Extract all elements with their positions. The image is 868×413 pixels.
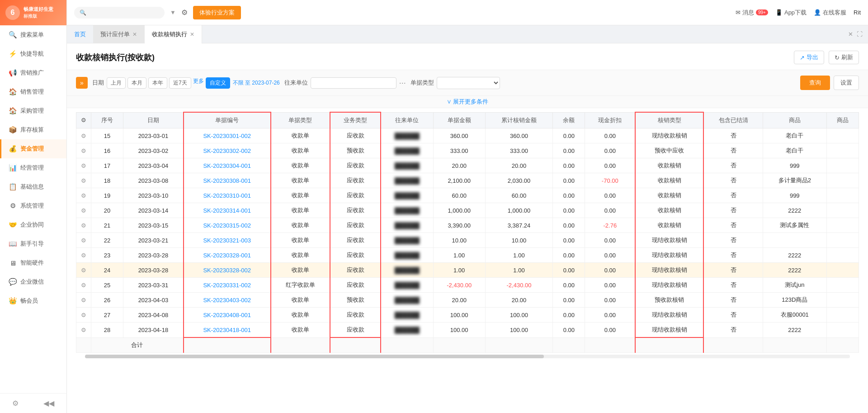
filter-toggle-button[interactable]: » [76,77,88,89]
sidebar-item-sales[interactable]: 🏠 销售管理 [0,82,66,101]
setting-button[interactable]: 设置 [834,76,859,90]
row-docamount: -2,430.00 [433,278,485,293]
total-verifytype [635,337,703,352]
topbar-gear-icon[interactable]: ⚙ [181,8,188,17]
tab-expand-icon[interactable]: ⛶ [857,31,863,38]
tab-close-all-icon[interactable]: ✕ [848,31,853,38]
refresh-button[interactable]: ↻ 刷新 [829,51,859,64]
user-avatar[interactable]: Rit [854,9,861,16]
filter-this-year-btn[interactable]: 本年 [148,77,167,89]
topbar-dropdown-arrow[interactable]: ▼ [170,9,176,16]
row-settings[interactable]: ⚙ [76,218,91,233]
logo-text: 畅康道好生意 标推版 [24,6,53,19]
row-cashdiscount: 0.00 [585,308,635,323]
docno-link[interactable]: SK-20230321-003 [203,237,251,244]
sidebar-item-inventory[interactable]: 📦 库存核算 [0,120,66,139]
sidebar-item-guide[interactable]: 📖 新手引导 [0,234,66,253]
row-date: 2023-03-14 [123,203,184,218]
row-verified: 100.00 [485,308,553,323]
docno-link[interactable]: SK-20230304-001 [203,162,251,169]
sidebar-item-purchase[interactable]: 🏠 采购管理 [0,101,66,120]
row-settled: 否 [703,248,763,263]
row-settings[interactable]: ⚙ [76,128,91,143]
topbar-search[interactable]: 🔍 [74,7,165,19]
row-settings[interactable]: ⚙ [76,158,91,173]
row-docno: SK-20230302-002 [184,143,271,158]
logo-icon: 6 [5,5,20,20]
docno-link[interactable]: SK-20230314-001 [203,207,251,214]
solution-button[interactable]: 体验行业方案 [193,6,241,19]
tab-prepay-close[interactable]: ✕ [132,31,137,38]
row-settings[interactable]: ⚙ [76,293,91,308]
row-balance: 0.00 [553,278,585,293]
filter-dots[interactable]: ··· [399,78,406,88]
export-button[interactable]: ↗ 导出 [794,51,824,64]
query-button[interactable]: 查询 [800,76,830,90]
horizontal-scrollbar[interactable] [85,355,850,358]
docno-link[interactable]: SK-20230328-001 [203,252,251,259]
sidebar-item-finance[interactable]: 💰 资金管理 [0,139,66,158]
sidebar-item-basic[interactable]: 📋 基础信息 [0,177,66,196]
total-biztype [330,337,381,352]
filter-date-range: 不限 至 2023-07-26 [233,79,280,87]
row-settings[interactable]: ⚙ [76,323,91,338]
app-download-button[interactable]: 📱 App下载 [775,9,807,17]
row-goods2 [826,158,859,173]
sidebar-item-quick[interactable]: ⚡ 快捷导航 [0,44,66,63]
row-no: 24 [91,263,123,278]
table-settings-icon[interactable]: ⚙ [81,117,86,123]
docno-link[interactable]: SK-20230301-002 [203,133,251,139]
sidebar-item-enterprise[interactable]: 🤝 企业协同 [0,215,66,234]
sidebar-item-system[interactable]: ⚙ 系统管理 [0,196,66,215]
row-verifytype: 收款核销 [635,188,703,203]
row-settings[interactable]: ⚙ [76,233,91,248]
sidebar-item-marketing[interactable]: 📢 营销推广 [0,63,66,82]
sidebar-item-operation[interactable]: 📊 经营管理 [0,158,66,177]
row-settings[interactable]: ⚙ [76,203,91,218]
docno-link[interactable]: SK-20230328-002 [203,267,251,274]
sidebar-item-hardware[interactable]: 🖥 智能硬件 [0,253,66,272]
row-settings[interactable]: ⚙ [76,248,91,263]
filter-doctype-select[interactable] [437,77,500,89]
docno-link[interactable]: SK-20230418-001 [203,327,251,333]
sidebar-item-wechat[interactable]: 💬 企业微信 [0,272,66,291]
sidebar-item-member[interactable]: 👑 畅会员 [0,291,66,310]
online-service-button[interactable]: 👤 在线客服 [814,9,846,17]
row-verified: -2,430.00 [485,278,553,293]
row-docamount: 60.00 [433,188,485,203]
filter-last-month-btn[interactable]: 上月 [107,77,126,89]
docno-link[interactable]: SK-20230408-001 [203,312,251,318]
docno-link[interactable]: SK-20230310-001 [203,192,251,199]
col-docamount-header: 单据金额 [433,112,485,128]
docno-link[interactable]: SK-20230302-002 [203,147,251,154]
docno-link[interactable]: SK-20230315-002 [203,222,251,229]
collapse-icon[interactable]: ◀◀ [42,397,56,409]
col-settings-header[interactable]: ⚙ [76,112,91,128]
row-settings[interactable]: ⚙ [76,143,91,158]
filter-7days-btn[interactable]: 近7天 [169,77,191,89]
row-settings[interactable]: ⚙ [76,173,91,188]
sidebar-item-search[interactable]: 🔍 搜索菜单 [0,25,66,44]
row-settings[interactable]: ⚙ [76,278,91,293]
filter-partner-input[interactable] [311,77,396,89]
row-goods2 [826,278,859,293]
tab-home[interactable]: 首页 [67,25,93,43]
row-partner: ██████ [381,128,433,143]
docno-link[interactable]: SK-20230331-002 [203,282,251,289]
row-settings[interactable]: ⚙ [76,263,91,278]
settings-bottom-icon[interactable]: ⚙ [10,397,20,409]
filter-this-month-btn[interactable]: 本月 [127,77,146,89]
docno-link[interactable]: SK-20230308-001 [203,177,251,184]
tab-collection-close[interactable]: ✕ [190,31,194,38]
expand-more-conditions[interactable]: ∨ 展开更多条件 [447,98,489,105]
row-goods: 123D商品 [763,293,826,308]
row-settings[interactable]: ⚙ [76,188,91,203]
row-cashdiscount: 0.00 [585,158,635,173]
docno-link[interactable]: SK-20230403-002 [203,297,251,304]
row-settings[interactable]: ⚙ [76,308,91,323]
tab-collection[interactable]: 收款核销执行 ✕ [145,25,202,43]
message-button[interactable]: ✉ 消息 99+ [736,9,768,17]
tab-prepay[interactable]: 预计应付单 ✕ [93,25,145,43]
filter-custom-btn[interactable]: 自定义 [206,77,230,89]
filter-more-link[interactable]: 更多 [193,77,204,89]
